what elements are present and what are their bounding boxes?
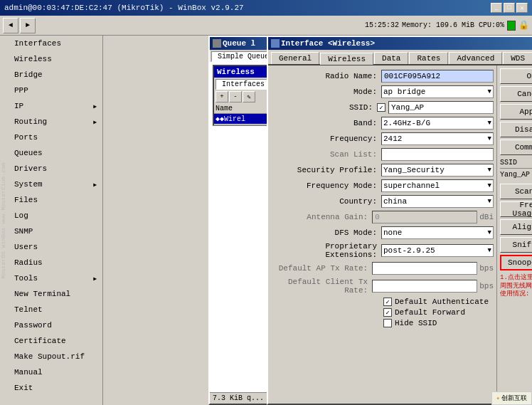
- checkbox-ssid[interactable]: ✓: [377, 103, 385, 112]
- select-band[interactable]: 2.4GHz-B/G ▼: [381, 117, 494, 130]
- ssid-col-label: SSID: [500, 159, 517, 167]
- input-default-ap-tx-rate[interactable]: [372, 262, 477, 275]
- sidebar-item-ip[interactable]: IP: [0, 98, 102, 114]
- sidebar-item-files[interactable]: Files: [0, 192, 102, 208]
- row-ssid: SSID: ✓: [271, 101, 494, 114]
- logo-icon: ✦: [496, 394, 500, 402]
- tab-general[interactable]: General: [271, 52, 319, 64]
- input-radio-name[interactable]: [381, 70, 494, 83]
- title-text: admin@00:03:47:DE:C2:47 (MikroTik) - Win…: [4, 4, 244, 12]
- sidebar-item-interfaces[interactable]: Interfaces: [0, 36, 102, 51]
- wireless-list-title: Wireless: [217, 68, 255, 76]
- forward-button[interactable]: ►: [20, 18, 36, 33]
- tab-advanced[interactable]: Advanced: [449, 52, 502, 64]
- label-default-client-tx-rate: Default Client Tx Rate:: [271, 278, 372, 295]
- checkbox-default-forward[interactable]: ✓: [383, 308, 392, 317]
- ssid-column-header: SSID: [500, 159, 532, 169]
- select-dfs-mode[interactable]: none ▼: [381, 226, 494, 239]
- add-btn[interactable]: +: [216, 91, 228, 102]
- tab-rates[interactable]: Rates: [409, 52, 448, 64]
- close-button[interactable]: ✕: [516, 3, 528, 13]
- input-scan-list[interactable]: [381, 148, 494, 161]
- sidebar-item-ppp[interactable]: PPP: [0, 83, 102, 98]
- select-frequency-mode[interactable]: superchannel ▼: [381, 179, 494, 192]
- apply-button[interactable]: Apply: [500, 104, 532, 120]
- main-layout: Interfaces Wireless Bridge PPP IP Routin…: [0, 36, 532, 405]
- scan-button[interactable]: Scan...: [500, 184, 532, 199]
- sniff-button[interactable]: Sniff...: [500, 237, 532, 253]
- ssid-col-value: Yang_AP: [500, 171, 530, 179]
- select-proprietary-ext[interactable]: post-2.9.25 ▼: [381, 244, 494, 257]
- comment-button[interactable]: Comment: [500, 140, 532, 155]
- row-dfs-mode: DFS Mode: none ▼: [271, 226, 494, 239]
- sidebar-item-bridge[interactable]: Bridge: [0, 67, 102, 83]
- back-button[interactable]: ◄: [3, 18, 18, 33]
- ok-button[interactable]: OK: [500, 68, 532, 84]
- interface-wireless-window: Interface <Wireless> ✕ General Wireless …: [267, 36, 532, 405]
- label-radio-name: Radio Name:: [271, 72, 381, 80]
- sidebar-item-password[interactable]: Password: [0, 317, 102, 333]
- freq-usage-button[interactable]: Freq. Usage...: [500, 201, 532, 217]
- input-default-client-tx-rate[interactable]: [372, 280, 477, 293]
- iface-body-wrapper: Radio Name: Mode: ap bridge ▼: [268, 64, 532, 404]
- tab-wireless[interactable]: Wireless: [320, 53, 373, 65]
- sidebar-item-tools[interactable]: Tools: [0, 270, 102, 286]
- sidebar-item-certificate[interactable]: Certificate: [0, 333, 102, 349]
- cancel-button[interactable]: Cancel: [500, 86, 532, 102]
- tab-data[interactable]: Data: [374, 52, 408, 64]
- security-arrow-icon: ▼: [488, 167, 491, 174]
- input-ssid[interactable]: [388, 101, 494, 114]
- row-country: Country: china ▼: [271, 195, 494, 208]
- select-mode[interactable]: ap bridge ▼: [381, 85, 494, 98]
- checkbox-default-authenticate[interactable]: ✓: [383, 298, 392, 306]
- checkbox-hide-ssid[interactable]: [383, 319, 392, 327]
- label-security-profile: Security Profile:: [271, 166, 381, 174]
- tab-wds[interactable]: WDS: [503, 52, 532, 64]
- row-frequency-mode: Frequency Mode: superchannel ▼: [271, 179, 494, 192]
- sidebar-item-telnet[interactable]: Telnet: [0, 302, 102, 317]
- align-button[interactable]: Align...: [500, 219, 532, 235]
- label-country: Country:: [271, 197, 381, 206]
- iface-win-title-text: Interface <Wireless>: [281, 39, 375, 48]
- sidebar-item-new-terminal[interactable]: New Terminal: [0, 286, 102, 302]
- remove-btn[interactable]: -: [229, 91, 242, 102]
- sidebar-item-log[interactable]: Log: [0, 208, 102, 223]
- freq-mode-arrow-icon: ▼: [488, 182, 491, 189]
- sidebar-item-routing[interactable]: Routing: [0, 114, 102, 130]
- snooper-button[interactable]: Snooper...: [500, 255, 532, 270]
- minimize-button[interactable]: _: [491, 3, 502, 13]
- edit-btn[interactable]: ✎: [243, 91, 255, 102]
- label-band: Band:: [271, 119, 381, 127]
- frequency-arrow-icon: ▼: [488, 135, 491, 142]
- sidebar-item-wireless[interactable]: Wireless: [0, 51, 102, 67]
- sidebar-item-queues[interactable]: Queues: [0, 145, 102, 161]
- title-bar-buttons: _ □ ✕: [491, 3, 528, 13]
- disable-button[interactable]: Disable: [500, 122, 532, 137]
- sidebar-item-radius[interactable]: Radius: [0, 255, 102, 270]
- sidebar-item-snmp[interactable]: SNMP: [0, 223, 102, 239]
- iface-win-title: Interface <Wireless> ✕: [268, 37, 532, 50]
- sidebar-item-system[interactable]: System: [0, 177, 102, 192]
- select-security-profile[interactable]: Yang_Security ▼: [381, 164, 494, 177]
- iface-form: Radio Name: Mode: ap bridge ▼: [268, 65, 496, 404]
- sidebar-item-make-supout[interactable]: Make Supout.rif: [0, 349, 102, 364]
- row-hide-ssid: Hide SSID: [271, 319, 494, 327]
- sidebar-item-users[interactable]: Users: [0, 239, 102, 255]
- sidebar-item-manual[interactable]: Manual: [0, 364, 102, 380]
- row-security-profile: Security Profile: Yang_Security ▼: [271, 164, 494, 177]
- row-proprietary-ext: Proprietary Extensions: post-2.9.25 ▼: [271, 242, 494, 259]
- maximize-button[interactable]: □: [504, 3, 515, 13]
- row-default-client-tx-rate: Default Client Tx Rate: bps: [271, 278, 494, 295]
- label-antenna-gain: Antenna Gain:: [271, 213, 372, 221]
- tab-interfaces[interactable]: Interfaces: [216, 79, 271, 90]
- row-scan-list: Scan List:: [271, 148, 494, 161]
- iface-content: General Wireless Data Rates Advanced WDS…: [268, 50, 532, 404]
- prop-ext-arrow-icon: ▼: [488, 247, 491, 254]
- label-frequency: Frequency:: [271, 135, 381, 143]
- sidebar-item-ports[interactable]: Ports: [0, 130, 102, 145]
- row-antenna-gain: Antenna Gain: dBi: [271, 211, 494, 223]
- sidebar-item-exit[interactable]: Exit: [0, 380, 102, 396]
- sidebar-item-drivers[interactable]: Drivers: [0, 161, 102, 177]
- select-country[interactable]: china ▼: [381, 195, 494, 208]
- select-frequency[interactable]: 2412 ▼: [381, 132, 494, 145]
